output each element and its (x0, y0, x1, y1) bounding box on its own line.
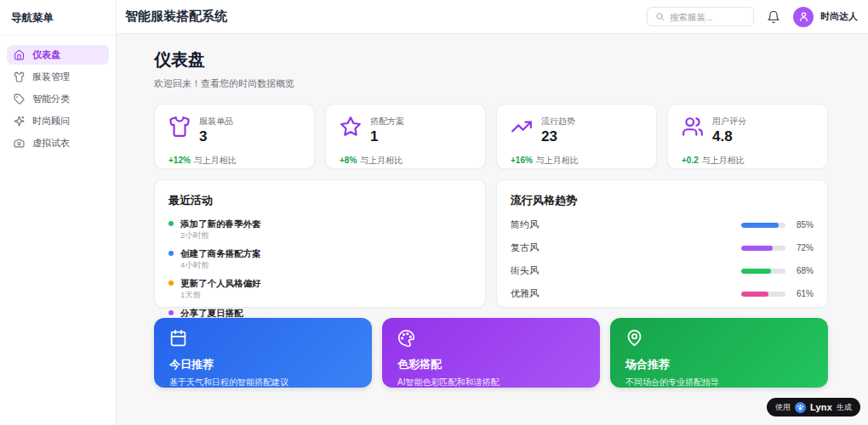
tag-icon (14, 94, 25, 105)
app-title: 智能服装搭配系统 (125, 8, 227, 25)
trend-row: 复古风 72% (511, 241, 814, 254)
activity-time: 1天前 (180, 290, 261, 301)
activity-dot (168, 251, 174, 256)
activity-text: 创建了商务搭配方案 (180, 248, 261, 259)
lynx-logo-icon (795, 402, 806, 413)
action-title: 色彩搭配 (397, 357, 585, 372)
action-card-daily-recommendation[interactable]: 今日推荐 基于天气和日程的智能搭配建议 (154, 318, 372, 388)
star-icon (340, 116, 362, 138)
page-subtitle: 欢迎回来！查看您的时尚数据概览 (154, 77, 828, 90)
map-pin-icon (625, 329, 813, 347)
stat-label: 搭配方案 (370, 116, 404, 128)
stat-delta-note: 与上月相比 (536, 156, 579, 165)
progress-bar (741, 246, 785, 251)
shirt-icon (168, 116, 191, 138)
badge-brand: Lynx (810, 402, 832, 412)
users-icon (682, 116, 704, 138)
badge-suffix: 生成 (837, 402, 852, 413)
sidebar-item-label: 时尚顾问 (32, 115, 70, 128)
badge-prefix: 使用 (775, 402, 791, 413)
progress-bar (741, 292, 785, 297)
activity-time: 4小时前 (180, 260, 261, 271)
stat-card-user-rating[interactable]: 用户评分 4.8 +0.2与上月相比 (667, 104, 828, 169)
bell-icon[interactable] (767, 10, 780, 24)
top-header: 智能服装搭配系统 时尚达人 (117, 0, 868, 34)
trend-percent: 85% (792, 220, 814, 230)
sidebar-item-label: 虚拟试衣 (32, 137, 70, 150)
sidebar: 导航菜单 仪表盘 服装管理 智能分类 时尚顾问 (0, 0, 117, 425)
panels-grid: 最近活动 添加了新的春季外套2小时前 创建了商务搭配方案4小时前 更新了个人风格… (154, 179, 828, 308)
calendar-icon (169, 329, 357, 347)
trend-label: 复古风 (511, 241, 741, 254)
stat-delta-row: +0.2与上月相比 (682, 155, 814, 167)
page-title: 仪表盘 (154, 48, 828, 71)
stat-delta: +16% (511, 156, 533, 165)
palette-icon (397, 329, 585, 347)
list-item: 添加了新的春季外套2小时前 (168, 218, 471, 241)
trend-percent: 72% (792, 243, 814, 252)
panel-title: 流行风格趋势 (511, 193, 814, 208)
action-card-color-matching[interactable]: 色彩搭配 AI智能色彩匹配和和谐搭配 (382, 318, 600, 388)
action-desc: 基于天气和日程的智能搭配建议 (169, 377, 357, 388)
stat-delta: +0.2 (682, 156, 699, 165)
sidebar-item-virtual-fitting[interactable]: 虚拟试衣 (7, 133, 109, 153)
stat-delta-note: 与上月相比 (194, 156, 237, 165)
activity-text: 添加了新的春季外套 (180, 218, 261, 230)
stat-label: 服装单品 (199, 116, 233, 128)
header-actions: 时尚达人 (647, 7, 858, 27)
trend-label: 优雅风 (511, 287, 741, 300)
trend-percent: 61% (792, 289, 814, 298)
stat-label: 用户评分 (712, 116, 746, 128)
avatar (793, 7, 814, 27)
camera-icon (14, 138, 25, 149)
sidebar-item-label: 仪表盘 (32, 48, 60, 61)
sidebar-item-dashboard[interactable]: 仪表盘 (7, 45, 109, 65)
trend-row: 街头风 68% (511, 264, 814, 277)
trend-percent: 68% (792, 266, 814, 275)
stat-value: 1 (370, 129, 404, 144)
sidebar-nav: 仪表盘 服装管理 智能分类 时尚顾问 虚拟试衣 (0, 36, 116, 162)
recent-activity-panel: 最近活动 添加了新的春季外套2小时前 创建了商务搭配方案4小时前 更新了个人风格… (154, 179, 486, 308)
sidebar-item-label: 智能分类 (32, 93, 70, 105)
shirt-icon (14, 71, 25, 82)
activity-text: 更新了个人风格偏好 (180, 278, 261, 289)
search-icon (655, 12, 665, 21)
trend-row: 简约风 85% (511, 218, 814, 231)
action-title: 场合推荐 (625, 357, 813, 372)
list-item: 创建了商务搭配方案4小时前 (168, 248, 471, 271)
progress-bar (741, 223, 785, 228)
stat-value: 23 (541, 129, 575, 144)
action-desc: 不同场合的专业搭配指导 (625, 377, 813, 388)
activity-dot (168, 310, 174, 315)
search-input[interactable] (670, 12, 745, 22)
activity-dot (168, 221, 174, 226)
activity-dot (168, 280, 174, 286)
sidebar-item-clothing-management[interactable]: 服装管理 (7, 67, 109, 87)
stat-card-outfit-plans[interactable]: 搭配方案 1 +8%与上月相比 (325, 104, 486, 169)
action-card-occasion-recommendation[interactable]: 场合推荐 不同场合的专业搭配指导 (610, 318, 828, 388)
stat-delta-row: +8%与上月相比 (340, 155, 471, 167)
action-desc: AI智能色彩匹配和和谐搭配 (397, 377, 585, 388)
actions-grid: 今日推荐 基于天气和日程的智能搭配建议 色彩搭配 AI智能色彩匹配和和谐搭配 场… (154, 318, 828, 388)
home-icon (14, 49, 25, 60)
stat-delta-note: 与上月相比 (702, 156, 745, 165)
stat-card-clothing-items[interactable]: 服装单品 3 +12%与上月相比 (154, 104, 315, 169)
search-box[interactable] (647, 7, 754, 26)
dashboard-content: 仪表盘 欢迎回来！查看您的时尚数据概览 服装单品 3 +12%与上月相比 (117, 34, 868, 425)
progress-bar (741, 269, 785, 274)
action-title: 今日推荐 (169, 357, 357, 372)
sparkles-icon (14, 116, 25, 127)
sidebar-item-fashion-advisor[interactable]: 时尚顾问 (7, 111, 109, 131)
user-menu[interactable]: 时尚达人 (793, 7, 858, 27)
lynx-generated-badge[interactable]: 使用 Lynx 生成 (767, 398, 860, 416)
stat-value: 3 (199, 129, 233, 144)
trend-row: 优雅风 61% (511, 287, 814, 300)
stat-label: 流行趋势 (541, 116, 575, 128)
sidebar-item-smart-classification[interactable]: 智能分类 (7, 89, 109, 109)
sidebar-title: 导航菜单 (0, 0, 116, 36)
trend-label: 街头风 (511, 264, 741, 277)
trend-label: 简约风 (511, 218, 741, 231)
panel-title: 最近活动 (168, 193, 471, 208)
stat-delta-row: +12%与上月相比 (168, 155, 300, 167)
stat-card-trends[interactable]: 流行趋势 23 +16%与上月相比 (496, 104, 657, 169)
